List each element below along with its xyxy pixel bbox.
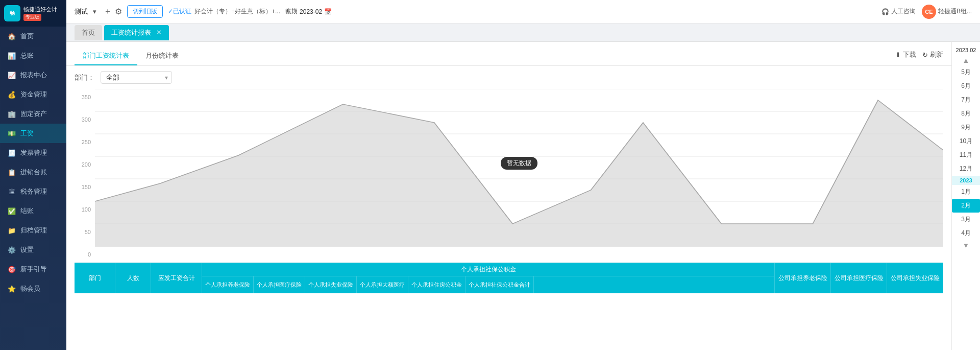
sidebar-item-tax[interactable]: 🏛 税务管理: [0, 182, 66, 201]
chart-container: 350 300 250 200 150 100 50 0: [75, 89, 943, 263]
sidebar-label-invoice: 发票管理: [20, 148, 47, 157]
funds-icon: 💰: [7, 90, 16, 99]
switch-old-version-button[interactable]: 切到旧版: [127, 5, 163, 18]
home-icon: 🏠: [7, 32, 16, 41]
sidebar-item-guide[interactable]: 🎯 新手引导: [0, 260, 66, 279]
th-personal-medical: 个人承担医疗保险: [254, 276, 305, 293]
date-aug[interactable]: 8月: [952, 107, 980, 121]
th-group-personal-insurance: 个人承担社保公积金 个人承担养老保险 个人承担医疗保险 个人承担失业保险 个人承…: [202, 263, 775, 293]
assets-icon: 🏢: [7, 109, 16, 119]
guide-icon: 🎯: [7, 265, 16, 274]
invoice-icon: 🧾: [7, 148, 16, 157]
sidebar-item-member[interactable]: ⭐ 畅会员: [0, 279, 66, 298]
company-name: 测试: [75, 7, 88, 16]
sidebar-label-funds: 资金管理: [20, 90, 47, 99]
date-may[interactable]: 5月: [952, 65, 980, 79]
company-dropdown[interactable]: ▾: [93, 8, 96, 15]
sub-tab-dept[interactable]: 部门工资统计表: [75, 47, 137, 65]
y-label-0: 0: [75, 251, 95, 258]
y-label-100: 100: [75, 206, 95, 213]
content-area: 部门工资统计表 月份统计表 ⬇ 下载 ↻ 刷新: [66, 42, 980, 350]
date-panel: 2023.02 ▲ 5月 6月 7月 8月 9月 10月 11月 12月 202…: [951, 42, 980, 350]
th-personal-housing-fund: 个人承担住房公积金: [408, 276, 465, 293]
sidebar-item-funds[interactable]: 💰 资金管理: [0, 85, 66, 104]
sidebar-label-settings: 设置: [20, 245, 34, 254]
period-info: 账期 2023-02 📅: [285, 7, 332, 16]
th-salary-total: 应发工资合计: [151, 263, 202, 293]
download-button[interactable]: ⬇ 下载: [895, 50, 916, 59]
y-label-150: 150: [75, 184, 95, 190]
th-personal-unemployment: 个人承担失业保险: [305, 276, 357, 293]
refresh-icon: ↻: [922, 51, 928, 59]
user-avatar: CE: [922, 5, 936, 19]
date-apr[interactable]: 4月: [952, 226, 980, 240]
sidebar-item-assets[interactable]: 🏢 固定资产: [0, 104, 66, 124]
header-right: 🎧 人工咨询 CE 轻捷通B组...: [881, 5, 972, 19]
date-dec[interactable]: 12月: [952, 162, 980, 176]
period-label: 账期: [285, 7, 298, 16]
sub-tab-monthly[interactable]: 月份统计表: [137, 47, 187, 65]
sidebar-label-tax: 税务管理: [20, 187, 47, 196]
sidebar-item-archive[interactable]: 📁 归档管理: [0, 221, 66, 240]
date-jun[interactable]: 6月: [952, 79, 980, 93]
tab-close-icon[interactable]: ✕: [156, 29, 162, 36]
member-icon: ⭐: [7, 284, 16, 293]
y-label-250: 250: [75, 139, 95, 145]
sidebar-item-invoice[interactable]: 🧾 发票管理: [0, 143, 66, 162]
sidebar-label-archive: 归档管理: [20, 226, 47, 235]
date-down-arrow[interactable]: ▼: [952, 240, 980, 250]
date-current: 2023.02: [952, 45, 980, 55]
tab-payroll-report[interactable]: 工资统计报表 ✕: [104, 25, 169, 40]
date-oct[interactable]: 10月: [952, 134, 980, 148]
user-menu[interactable]: CE 轻捷通B组...: [922, 5, 972, 19]
date-up-arrow[interactable]: ▲: [952, 55, 980, 65]
settings-icon[interactable]: ⚙: [115, 7, 122, 16]
badges-text: 好会计（专）+好生意（标）+...: [194, 7, 280, 16]
sidebar-label-guide: 新手引导: [20, 265, 47, 274]
sidebar-label-member: 畅会员: [20, 284, 40, 293]
sidebar-label-sales: 进销台账: [20, 168, 47, 177]
sidebar: 畅 畅捷通好会计 专业版 🏠 首页 📊 总账 📈 报表中心 💰 资金管理 🏢 固…: [0, 0, 66, 350]
th-dept: 部门: [75, 263, 115, 293]
app-logo-text: 畅捷通好会计 专业版: [23, 6, 57, 21]
sidebar-item-checkout[interactable]: ✅ 结账: [0, 201, 66, 221]
tab-home[interactable]: 首页: [75, 25, 102, 40]
sidebar-logo: 畅 畅捷通好会计 专业版: [0, 0, 66, 27]
y-label-200: 200: [75, 161, 95, 168]
sidebar-label-checkout: 结账: [20, 206, 34, 216]
archive-icon: 📁: [7, 226, 16, 235]
calendar-icon[interactable]: 📅: [324, 8, 332, 15]
th-count: 人数: [115, 263, 151, 293]
status-badges: ✓已认证 好会计（专）+好生意（标）+...: [168, 7, 280, 16]
date-year-2023[interactable]: 2023: [952, 176, 980, 185]
sidebar-item-payroll[interactable]: 💵 工资: [0, 124, 66, 143]
chart-area-fill: [95, 100, 943, 246]
sidebar-label-payroll: 工资: [20, 129, 34, 138]
date-mar[interactable]: 3月: [952, 213, 980, 226]
refresh-button[interactable]: ↻ 刷新: [922, 50, 943, 59]
sub-tabs: 部门工资统计表 月份统计表 ⬇ 下载 ↻ 刷新: [66, 42, 951, 66]
sidebar-item-ledger[interactable]: 📊 总账: [0, 46, 66, 65]
th-personal-total: 个人承担社保公积金合计: [465, 276, 534, 293]
sidebar-item-home[interactable]: 🏠 首页: [0, 27, 66, 46]
content-main: 部门工资统计表 月份统计表 ⬇ 下载 ↻ 刷新: [66, 42, 951, 350]
sidebar-item-reports[interactable]: 📈 报表中心: [0, 65, 66, 85]
dept-label: 部门：: [75, 73, 94, 82]
dept-select[interactable]: 全部 人事部 财务部 销售部: [101, 71, 172, 84]
support-button[interactable]: 🎧 人工咨询: [881, 7, 916, 16]
th-company-medical: 公司承担医疗保险: [831, 263, 887, 293]
sidebar-item-settings[interactable]: ⚙️ 设置: [0, 240, 66, 260]
sidebar-item-sales[interactable]: 📋 进销台账: [0, 162, 66, 182]
user-name: 轻捷通B组...: [938, 7, 972, 16]
date-jan[interactable]: 1月: [952, 185, 980, 199]
add-icon[interactable]: ＋: [104, 6, 112, 17]
y-label-50: 50: [75, 229, 95, 235]
dept-select-wrapper: 全部 人事部 财务部 销售部 ▾: [101, 71, 172, 84]
date-sep[interactable]: 9月: [952, 121, 980, 134]
date-nov[interactable]: 11月: [952, 148, 980, 162]
th-company-unemployment: 公司承担失业保险: [887, 263, 943, 293]
date-jul[interactable]: 7月: [952, 93, 980, 107]
date-feb-active[interactable]: 2月: [952, 199, 980, 213]
y-label-350: 350: [75, 94, 95, 100]
header-actions: ＋ ⚙: [104, 6, 122, 17]
